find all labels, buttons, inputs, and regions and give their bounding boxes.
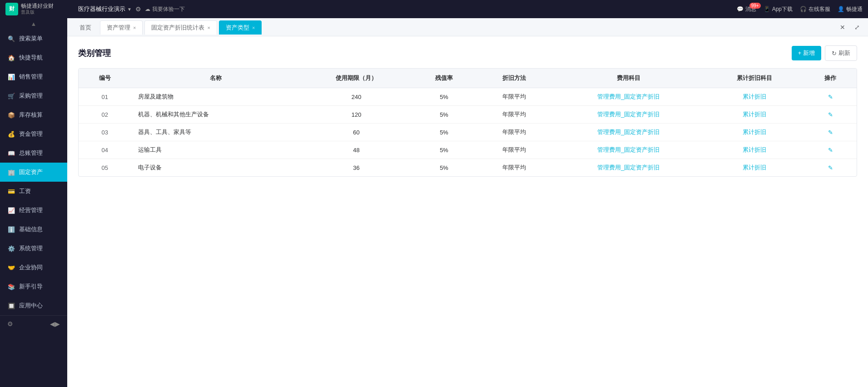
tab-depreciation-table[interactable]: 固定资产折旧统计表× (144, 20, 217, 35)
system-icon: ⚙️ (7, 244, 15, 253)
sidebar-item-system[interactable]: ⚙️ 系统管理 (0, 239, 67, 258)
maximize-btn[interactable]: ⤢ (852, 22, 863, 33)
search-icon: 🔍 (7, 35, 15, 43)
capital-icon: 💰 (7, 130, 15, 138)
tab-close-asset-type[interactable]: × (252, 25, 255, 30)
cell-expense: 管理费用_固定资产折旧 (552, 159, 705, 177)
close-window-btn[interactable]: ✕ (837, 22, 848, 33)
cell-residual: 5% (412, 106, 476, 124)
customer-service-label: 在线客服 (808, 5, 830, 13)
col-header: 名称 (131, 69, 301, 88)
content: 首页资产管理×固定资产折旧统计表×资产类型× ✕ ⤢ 类别管理 + 新增 ↻ 刷… (67, 18, 868, 387)
sidebar-item-salary[interactable]: 💳 工资 (0, 182, 67, 201)
cell-code: 05 (79, 159, 131, 177)
sidebar-item-purchase[interactable]: 🛒 采购管理 (0, 86, 67, 105)
sales-icon: 📊 (7, 73, 15, 81)
collapse-icon[interactable]: ◀▶ (50, 320, 60, 327)
cell-residual: 5% (412, 159, 476, 177)
cell-action[interactable]: ✎ (804, 159, 857, 177)
sidebar-scroll-up[interactable]: ▲ (0, 18, 67, 29)
refresh-button[interactable]: ↻ 刷新 (825, 45, 857, 61)
data-table: 编号名称使用期限（月）残值率折旧方法费用科目累计折旧科目操作 01 房屋及建筑物… (78, 68, 857, 177)
sidebar-label-ledger: 总账管理 (19, 149, 43, 157)
cell-method: 年限平均 (476, 141, 552, 159)
experience-btn[interactable]: ☁ 我要体验一下 (145, 5, 185, 13)
cell-name: 电子设备 (131, 159, 301, 177)
settings-bottom-icon[interactable]: ⚙ (7, 320, 13, 327)
sidebar-label-sales: 销售管理 (19, 73, 43, 81)
sidebar-item-fixed-assets[interactable]: 🏢 固定资产 (0, 163, 67, 182)
cell-expense: 管理费用_固定资产折旧 (552, 141, 705, 159)
cell-action[interactable]: ✎ (804, 124, 857, 141)
cell-name: 运输工具 (131, 141, 301, 159)
table-row: 01 房屋及建筑物 240 5% 年限平均 管理费用_固定资产折旧 累计折旧 ✎ (79, 88, 857, 106)
sidebar-item-sales[interactable]: 📊 销售管理 (0, 67, 67, 86)
cell-accum: 累计折旧 (705, 124, 804, 141)
col-header: 使用期限（月） (301, 69, 412, 88)
cell-expense: 管理费用_固定资产折旧 (552, 106, 705, 124)
sidebar-label-app-center: 应用中心 (19, 302, 43, 310)
purchase-icon: 🛒 (7, 92, 15, 100)
tab-close-depreciation-table[interactable]: × (207, 25, 210, 30)
sidebar-item-search[interactable]: 🔍 搜索菜单 (0, 29, 67, 48)
col-header: 累计折旧科目 (705, 69, 804, 88)
main-layout: ▲ 🔍 搜索菜单 🏠 快捷导航 📊 销售管理 🛒 采购管理 📦 库存核算 💰 资… (0, 18, 868, 387)
sidebar-label-quick-nav: 快捷导航 (19, 54, 43, 62)
sidebar-item-quick-nav[interactable]: 🏠 快捷导航 (0, 48, 67, 67)
logo: 财 畅捷通好业财 普及版 (5, 3, 73, 15)
add-button[interactable]: + 新增 (792, 46, 821, 60)
user-btn[interactable]: 👤 畅捷通 (838, 5, 863, 13)
cell-action[interactable]: ✎ (804, 141, 857, 159)
sidebar-label-guide: 新手引导 (19, 283, 43, 291)
tab-home[interactable]: 首页 (73, 20, 98, 35)
cell-method: 年限平均 (476, 124, 552, 141)
cell-period: 60 (301, 124, 412, 141)
tab-close-asset-mgmt[interactable]: × (133, 25, 136, 30)
cell-code: 03 (79, 124, 131, 141)
cell-residual: 5% (412, 124, 476, 141)
page-title: 类别管理 (78, 48, 111, 59)
tab-label-asset-type: 资产类型 (226, 24, 249, 32)
cell-accum: 累计折旧 (705, 106, 804, 124)
sidebar-item-cooperation[interactable]: 🤝 企业协同 (0, 258, 67, 277)
settings-icon[interactable]: ⚙ (135, 5, 141, 13)
sidebar: ▲ 🔍 搜索菜单 🏠 快捷导航 📊 销售管理 🛒 采购管理 📦 库存核算 💰 资… (0, 18, 67, 387)
tab-label-home: 首页 (79, 24, 91, 32)
sidebar-item-management[interactable]: 📈 经营管理 (0, 201, 67, 220)
page-header: 类别管理 + 新增 ↻ 刷新 (78, 45, 857, 61)
quick-nav-icon: 🏠 (7, 54, 15, 62)
sidebar-label-fixed-assets: 固定资产 (19, 168, 43, 176)
inventory-icon: 📦 (7, 111, 15, 119)
headset-icon: 🎧 (800, 6, 807, 12)
cell-action[interactable]: ✎ (804, 106, 857, 124)
logo-text: 畅捷通好业财 (21, 3, 54, 9)
sidebar-item-capital[interactable]: 💰 资金管理 (0, 124, 67, 144)
sidebar-label-capital: 资金管理 (19, 130, 43, 138)
sidebar-label-management: 经营管理 (19, 206, 43, 214)
module-selector[interactable]: 医疗器械行业演示 ▼ (78, 5, 132, 13)
customer-service-btn[interactable]: 🎧 在线客服 (800, 5, 830, 13)
sidebar-item-inventory[interactable]: 📦 库存核算 (0, 105, 67, 124)
cell-expense: 管理费用_固定资产折旧 (552, 88, 705, 106)
tab-asset-mgmt[interactable]: 资产管理× (100, 20, 143, 35)
sidebar-item-guide[interactable]: 📚 新手引导 (0, 277, 67, 296)
table-row: 05 电子设备 36 5% 年限平均 管理费用_固定资产折旧 累计折旧 ✎ (79, 159, 857, 177)
cell-accum: 累计折旧 (705, 141, 804, 159)
sidebar-item-app-center[interactable]: 🔲 应用中心 (0, 296, 67, 315)
module-arrow-icon: ▼ (127, 7, 132, 12)
tab-asset-type[interactable]: 资产类型× (219, 20, 262, 35)
sidebar-item-basic-info[interactable]: ℹ️ 基础信息 (0, 220, 67, 239)
tabs-container: 首页资产管理×固定资产折旧统计表×资产类型× (73, 20, 262, 34)
cell-action[interactable]: ✎ (804, 88, 857, 106)
topbar-middle: 医疗器械行业演示 ▼ ⚙ ☁ 我要体验一下 (73, 5, 737, 13)
cloud-icon: ☁ (145, 6, 150, 12)
message-btn[interactable]: 💬 消息 99+ (737, 5, 756, 13)
col-header: 残值率 (412, 69, 476, 88)
cell-period: 48 (301, 141, 412, 159)
message-badge: 99+ (749, 3, 761, 9)
tab-label-depreciation-table: 固定资产折旧统计表 (151, 24, 204, 32)
sidebar-item-ledger[interactable]: 📖 总账管理 (0, 144, 67, 163)
cell-method: 年限平均 (476, 159, 552, 177)
table-row: 03 器具、工具、家具等 60 5% 年限平均 管理费用_固定资产折旧 累计折旧… (79, 124, 857, 141)
app-download-btn[interactable]: 📱 App下载 (764, 5, 793, 13)
